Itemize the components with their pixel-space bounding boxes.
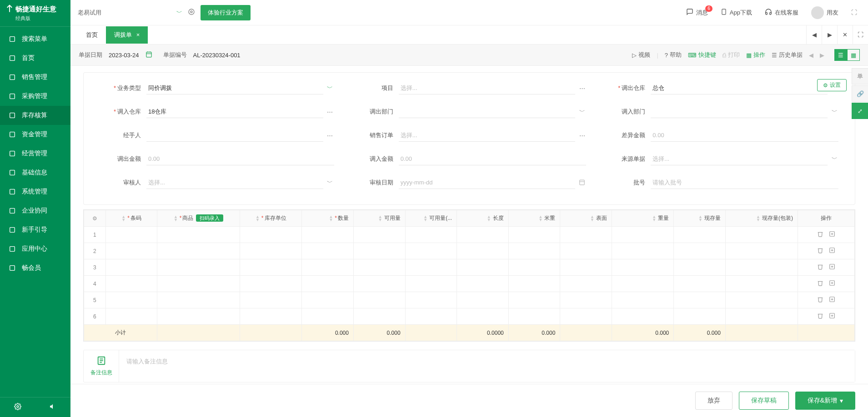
cell[interactable]: [405, 292, 457, 308]
sidebar-item-8[interactable]: 系统管理: [0, 182, 70, 201]
cell[interactable]: [353, 292, 405, 308]
industry-plan-button[interactable]: 体验行业方案: [201, 5, 251, 20]
cell[interactable]: [725, 227, 798, 243]
cell[interactable]: [612, 276, 673, 292]
cell[interactable]: [560, 227, 612, 243]
operate-action[interactable]: ▦操作: [746, 51, 765, 59]
input-reviewer[interactable]: [146, 176, 323, 189]
scan-button[interactable]: 扫码录入: [196, 214, 223, 222]
cell[interactable]: [157, 276, 240, 292]
cell[interactable]: [405, 243, 457, 259]
history-action[interactable]: ☰历史单据: [772, 51, 803, 59]
col-stock-pkg[interactable]: ▲▼现存量(包装): [725, 210, 798, 227]
cell[interactable]: [725, 292, 798, 308]
rail-form-icon[interactable]: 单: [852, 68, 868, 84]
chevron-down-icon[interactable]: ﹀: [830, 155, 838, 163]
input-review-date[interactable]: [399, 176, 576, 189]
chevron-down-icon[interactable]: ﹀: [830, 108, 838, 116]
cell[interactable]: [560, 308, 612, 325]
cell[interactable]: [105, 227, 157, 243]
rail-link-icon[interactable]: 🔗: [852, 85, 868, 102]
tabs-close-all[interactable]: ✕: [837, 25, 853, 45]
input-out-dept[interactable]: [399, 105, 576, 118]
cell[interactable]: [105, 276, 157, 292]
sidebar-item-7[interactable]: 基础信息: [0, 163, 70, 182]
close-icon[interactable]: ×: [136, 31, 140, 38]
input-in-wh[interactable]: [146, 105, 323, 118]
sidebar-item-3[interactable]: 采购管理: [0, 87, 70, 106]
cell[interactable]: [674, 227, 726, 243]
chevron-down-icon[interactable]: ﹀: [326, 84, 334, 92]
cell[interactable]: [725, 243, 798, 259]
col-surface[interactable]: ▲▼表面: [560, 210, 612, 227]
sidebar-item-11[interactable]: 应用中心: [0, 239, 70, 258]
cell[interactable]: [674, 259, 726, 276]
cell[interactable]: [157, 259, 240, 276]
sidebar-item-0[interactable]: 搜索菜单: [0, 30, 70, 49]
delete-icon[interactable]: [817, 247, 823, 255]
cell[interactable]: [353, 227, 405, 243]
online-service-button[interactable]: 在线客服: [761, 8, 802, 17]
col-stock[interactable]: ▲▼现存量: [674, 210, 726, 227]
input-out-amount[interactable]: [146, 153, 334, 165]
cell[interactable]: [560, 259, 612, 276]
sidebar-item-9[interactable]: 企业协同: [0, 201, 70, 220]
cell[interactable]: [612, 308, 673, 325]
cell[interactable]: [612, 243, 673, 259]
cell[interactable]: [674, 308, 726, 325]
cell[interactable]: [240, 276, 302, 292]
add-icon[interactable]: [829, 247, 835, 255]
video-action[interactable]: ▷视频: [632, 51, 650, 59]
cell[interactable]: [157, 308, 240, 325]
cell[interactable]: [560, 292, 612, 308]
calendar-icon[interactable]: [578, 179, 586, 187]
cell[interactable]: [612, 292, 673, 308]
input-diff-amount[interactable]: [651, 129, 838, 142]
cell[interactable]: [405, 276, 457, 292]
cell[interactable]: [240, 243, 302, 259]
tenant-settings-icon[interactable]: [188, 8, 195, 17]
input-sales-order[interactable]: [399, 129, 576, 142]
col-settings[interactable]: ⚙: [84, 210, 106, 227]
input-in-amount[interactable]: [399, 153, 587, 165]
col-weight[interactable]: ▲▼重量: [612, 210, 673, 227]
cell[interactable]: [302, 243, 354, 259]
sidebar-item-5[interactable]: 资金管理: [0, 125, 70, 144]
cell[interactable]: [105, 259, 157, 276]
input-handler[interactable]: [146, 129, 323, 142]
chevron-down-icon[interactable]: ﹀: [326, 179, 334, 187]
add-icon[interactable]: [829, 296, 835, 304]
messages-button[interactable]: 消息 6: [682, 8, 712, 17]
cell[interactable]: [405, 227, 457, 243]
cell[interactable]: [508, 292, 560, 308]
cell[interactable]: [302, 276, 354, 292]
sidebar-item-4[interactable]: 库存核算: [0, 106, 70, 125]
delete-icon[interactable]: [817, 313, 823, 320]
cell[interactable]: [240, 308, 302, 325]
shortcut-action[interactable]: ⌨快捷键: [688, 51, 716, 59]
calendar-icon[interactable]: [146, 51, 152, 59]
delete-icon[interactable]: [817, 280, 823, 288]
cell[interactable]: [612, 259, 673, 276]
cell[interactable]: [508, 276, 560, 292]
save-new-button[interactable]: 保存&新增 ▾: [795, 392, 855, 410]
cell[interactable]: [508, 243, 560, 259]
cell[interactable]: [105, 292, 157, 308]
user-menu[interactable]: 用友: [808, 6, 842, 19]
cell[interactable]: [302, 227, 354, 243]
prev-record[interactable]: ◀: [809, 52, 813, 59]
view-list[interactable]: ☰: [834, 49, 847, 61]
sidebar-item-12[interactable]: 畅会员: [0, 258, 70, 278]
cell[interactable]: [725, 259, 798, 276]
save-draft-button[interactable]: 保存草稿: [739, 392, 789, 410]
next-record[interactable]: ▶: [820, 52, 824, 59]
tab-transfer[interactable]: 调拨单 ×: [106, 26, 148, 44]
cell[interactable]: [302, 308, 354, 325]
add-icon[interactable]: [829, 280, 835, 288]
cell[interactable]: [157, 243, 240, 259]
sidebar-item-1[interactable]: 首页: [0, 49, 70, 68]
cell[interactable]: [508, 308, 560, 325]
col-barcode[interactable]: ▲▼*条码: [105, 210, 157, 227]
cell[interactable]: [508, 227, 560, 243]
add-icon[interactable]: [829, 313, 835, 320]
